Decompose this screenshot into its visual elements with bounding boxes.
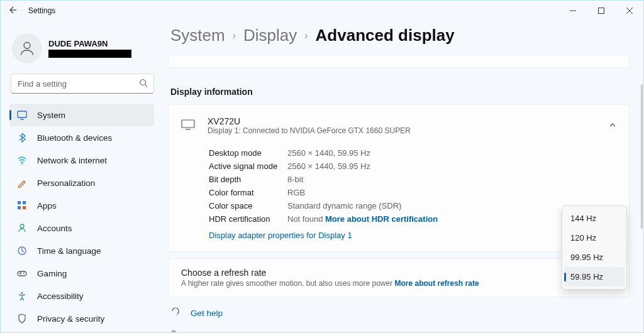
svg-point-18 bbox=[21, 292, 23, 294]
time-icon bbox=[17, 246, 27, 256]
nav-label: Apps bbox=[37, 201, 57, 210]
search-input[interactable] bbox=[11, 74, 154, 94]
refresh-option[interactable]: 120 Hz bbox=[564, 228, 625, 248]
svg-line-6 bbox=[145, 85, 148, 87]
crumb-system[interactable]: System bbox=[170, 26, 225, 45]
help-icon bbox=[170, 307, 180, 319]
sidebar-item-gaming[interactable]: Gaming bbox=[9, 262, 154, 285]
svg-point-17 bbox=[23, 273, 25, 274]
user-name: DUDE PAWA9N bbox=[48, 39, 131, 48]
page-title: Advanced display bbox=[316, 26, 455, 45]
personalization-icon bbox=[17, 178, 27, 188]
svg-rect-13 bbox=[23, 206, 26, 209]
monitor-icon bbox=[181, 119, 195, 133]
spec-row: Active signal mode2560 × 1440, 59.95 Hz bbox=[181, 160, 616, 173]
close-button[interactable] bbox=[615, 1, 643, 20]
titlebar: Settings bbox=[1, 1, 643, 21]
system-icon bbox=[17, 110, 27, 120]
gaming-icon bbox=[17, 268, 27, 278]
collapsed-card[interactable] bbox=[168, 57, 630, 68]
spec-value: 2560 × 1440, 59.95 Hz bbox=[287, 148, 370, 158]
nav-label: Accounts bbox=[37, 224, 72, 233]
breadcrumb: System › Display › Advanced display bbox=[168, 26, 630, 45]
spec-label: Bit depth bbox=[209, 175, 287, 184]
network-icon bbox=[17, 155, 27, 165]
spec-label: Desktop mode bbox=[209, 148, 287, 158]
sidebar-item-network-internet[interactable]: Network & internet bbox=[9, 149, 154, 172]
nav-label: System bbox=[37, 111, 65, 120]
sidebar-item-personalization[interactable]: Personalization bbox=[9, 172, 154, 194]
section-title-display-info: Display information bbox=[170, 87, 630, 97]
main-content: System › Display › Advanced display Disp… bbox=[163, 21, 643, 332]
give-feedback-link[interactable]: Give feedback bbox=[191, 330, 245, 332]
hdr-label: HDR certification bbox=[209, 214, 287, 224]
svg-rect-1 bbox=[598, 8, 604, 14]
nav-label: Time & language bbox=[37, 246, 101, 256]
refresh-rate-link[interactable]: More about refresh rate bbox=[395, 279, 479, 288]
search-icon bbox=[139, 79, 148, 90]
spec-row: Desktop mode2560 × 1440, 59.95 Hz bbox=[181, 146, 616, 160]
refresh-option[interactable]: 99.95 Hz bbox=[564, 248, 625, 267]
sidebar-item-bluetooth-devices[interactable]: Bluetooth & devices bbox=[9, 126, 154, 149]
hdr-cert-link[interactable]: More about HDR certification bbox=[325, 214, 438, 224]
sidebar-item-system[interactable]: System bbox=[9, 104, 154, 126]
refresh-rate-title: Choose a refresh rate bbox=[181, 268, 479, 278]
app-title: Settings bbox=[28, 6, 55, 15]
spec-value: 8-bit bbox=[287, 175, 303, 184]
spec-row: Bit depth8-bit bbox=[181, 173, 616, 186]
back-arrow-icon[interactable] bbox=[7, 5, 17, 17]
svg-rect-7 bbox=[18, 111, 26, 117]
user-account-row[interactable]: DUDE PAWA9N bbox=[9, 27, 163, 74]
maximize-button[interactable] bbox=[587, 1, 615, 20]
nav-label: Personalization bbox=[37, 178, 95, 188]
sidebar-item-apps[interactable]: Apps bbox=[9, 194, 154, 217]
privacy-icon bbox=[17, 314, 27, 324]
spec-label: Color format bbox=[209, 188, 287, 197]
display-info-card: XV272U Display 1: Connected to NVIDIA Ge… bbox=[168, 104, 630, 252]
svg-rect-16 bbox=[18, 271, 26, 276]
get-help-link[interactable]: Get help bbox=[191, 308, 223, 318]
sidebar: DUDE PAWA9N SystemBluetooth & devicesNet… bbox=[1, 21, 163, 332]
sidebar-item-windows-update[interactable]: Windows Update bbox=[9, 330, 154, 332]
svg-point-5 bbox=[140, 80, 146, 85]
crumb-display[interactable]: Display bbox=[243, 26, 297, 45]
chevron-right-icon: › bbox=[233, 30, 236, 41]
svg-point-4 bbox=[24, 42, 30, 48]
apps-icon bbox=[17, 200, 27, 210]
refresh-option[interactable]: 59.95 Hz bbox=[564, 267, 625, 287]
avatar bbox=[12, 33, 42, 63]
spec-row: Color formatRGB bbox=[181, 186, 616, 199]
svg-point-14 bbox=[20, 224, 24, 228]
nav-label: Bluetooth & devices bbox=[37, 133, 112, 143]
spec-label: Active signal mode bbox=[209, 161, 287, 171]
minimize-button[interactable] bbox=[558, 1, 587, 20]
chevron-up-icon[interactable] bbox=[609, 120, 616, 131]
svg-rect-10 bbox=[18, 201, 21, 204]
scrollbar[interactable] bbox=[640, 84, 643, 329]
sidebar-item-time-language[interactable]: Time & language bbox=[9, 239, 154, 262]
spec-value: RGB bbox=[287, 188, 305, 197]
nav-label: Gaming bbox=[37, 269, 67, 278]
accessibility-icon bbox=[17, 291, 27, 301]
spec-value: 2560 × 1440, 59.95 Hz bbox=[287, 161, 370, 171]
svg-point-9 bbox=[21, 163, 23, 165]
display-adapter-link[interactable]: Display adapter properties for Display 1 bbox=[181, 226, 616, 243]
monitor-name: XV272U bbox=[208, 116, 411, 126]
spec-label: Color space bbox=[209, 201, 287, 210]
refresh-rate-dropdown: 144 Hz120 Hz99.95 Hz59.95 Hz bbox=[562, 205, 627, 290]
refresh-option[interactable]: 144 Hz bbox=[564, 209, 625, 228]
svg-rect-19 bbox=[182, 120, 194, 128]
spec-value: Standard dynamic range (SDR) bbox=[287, 201, 401, 210]
refresh-rate-sub: A higher rate gives smoother motion, but… bbox=[181, 279, 392, 288]
sidebar-item-accounts[interactable]: Accounts bbox=[9, 217, 154, 239]
user-email-redacted bbox=[48, 50, 131, 58]
monitor-subtitle: Display 1: Connected to NVIDIA GeForce G… bbox=[208, 126, 411, 135]
nav-list: SystemBluetooth & devicesNetwork & inter… bbox=[9, 104, 163, 332]
bluetooth-icon bbox=[17, 133, 27, 143]
svg-rect-11 bbox=[23, 201, 26, 204]
refresh-rate-card[interactable]: Choose a refresh rate A higher rate give… bbox=[168, 258, 630, 297]
nav-label: Privacy & security bbox=[37, 314, 104, 324]
sidebar-item-accessibility[interactable]: Accessibility bbox=[9, 285, 154, 307]
sidebar-item-privacy-security[interactable]: Privacy & security bbox=[9, 307, 154, 330]
nav-label: Accessibility bbox=[37, 292, 84, 301]
